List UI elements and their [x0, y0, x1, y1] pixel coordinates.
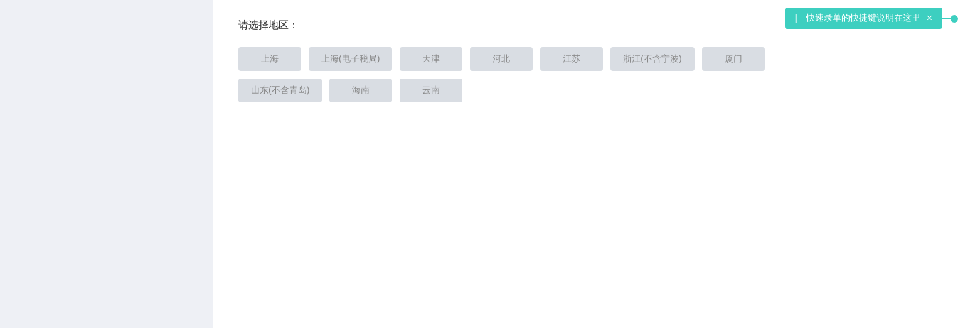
region-row-1: 上海上海(电子税局)天津河北江苏浙江(不含宁波)厦门: [238, 47, 955, 71]
region-button-shanghai[interactable]: 上海: [238, 47, 301, 71]
tooltip-close-button[interactable]: ×: [927, 13, 932, 23]
tooltip-banner: 快速录单的快捷键说明在这里 ×: [785, 8, 942, 29]
region-button-tianjin[interactable]: 天津: [400, 47, 462, 71]
region-button-shandong[interactable]: 山东(不含青岛): [238, 79, 322, 102]
main-content: 请选择地区： 上海上海(电子税局)天津河北江苏浙江(不含宁波)厦门 山东(不含青…: [213, 0, 980, 328]
region-button-zhejiang[interactable]: 浙江(不含宁波): [610, 47, 694, 71]
left-panel: [0, 0, 213, 328]
tooltip-text: 快速录单的快捷键说明在这里: [806, 13, 920, 24]
region-button-yunnan[interactable]: 云南: [400, 79, 462, 102]
region-button-hainan[interactable]: 海南: [329, 79, 392, 102]
region-button-hebei[interactable]: 河北: [470, 47, 533, 71]
region-button-shanghai-etax[interactable]: 上海(电子税局): [309, 47, 392, 71]
tooltip-connector-line: [942, 18, 951, 19]
region-row-2: 山东(不含青岛)海南云南: [238, 79, 955, 102]
region-button-jiangsu[interactable]: 江苏: [540, 47, 603, 71]
tooltip-indicator-dot: [951, 15, 958, 23]
region-button-xiamen[interactable]: 厦门: [702, 47, 765, 71]
